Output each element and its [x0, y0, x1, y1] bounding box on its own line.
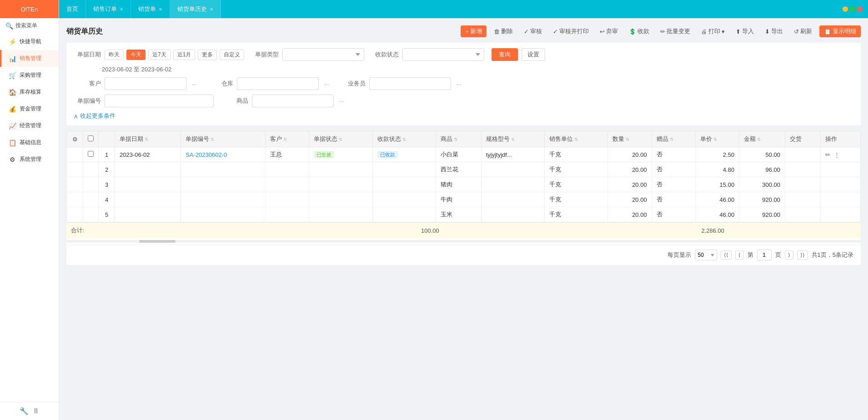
row-checkbox-1[interactable]	[88, 151, 94, 157]
cell-spec-2	[481, 162, 544, 177]
th-goods[interactable]: 商品 ⇅	[436, 131, 482, 147]
filter-collapse[interactable]: ∧ 收起更多条件	[74, 112, 853, 120]
cell-rownum-5: 5	[99, 207, 115, 222]
print-button[interactable]: 🖨 打印 ▾	[697, 25, 728, 37]
win-min-button[interactable]	[843, 6, 848, 12]
th-spec[interactable]: 规格型号 ⇅	[481, 131, 544, 147]
tab-sales-delivery-history[interactable]: 销货单历史 ✕	[170, 0, 221, 18]
cell-checkbox-1[interactable]	[83, 147, 99, 162]
sidebar-item-search-menu[interactable]: 🔍 搜索菜单	[0, 18, 59, 33]
cell-customer-1: 王总	[266, 147, 309, 162]
table-settings-icon[interactable]: ⚙	[72, 136, 78, 143]
sidebar-item-inventory[interactable]: 🏠 库存核算	[0, 84, 59, 100]
warehouse-ellipsis[interactable]: ···	[322, 80, 331, 87]
batch-change-button[interactable]: ✏ 批量变更	[657, 25, 694, 37]
date-btn-more[interactable]: 更多	[198, 50, 217, 60]
refresh-button[interactable]: ↺ 刷新	[790, 25, 816, 37]
query-button[interactable]: 查询	[492, 48, 518, 61]
tab-home[interactable]: 首页	[59, 0, 86, 18]
doc-number-link-1[interactable]: SA-20230602-0	[186, 151, 227, 158]
win-max-button[interactable]	[850, 6, 855, 12]
sidebar-settings-icon[interactable]: 🔧	[20, 407, 29, 415]
cell-qty-5: 20.00	[608, 207, 652, 222]
th-customer[interactable]: 客户 ⇅	[266, 131, 309, 147]
tab-sales-order-close[interactable]: ✕	[120, 7, 123, 12]
tab-sales-delivery[interactable]: 销货单 ✕	[131, 0, 170, 18]
search-icon: 🔍	[5, 22, 13, 30]
sidebar-item-purchase-mgmt[interactable]: 🛒 采购管理	[0, 67, 59, 84]
next-page-button[interactable]: ⟩	[785, 250, 793, 260]
th-amount[interactable]: 金额 ⇅	[739, 131, 785, 147]
th-quantity[interactable]: 数量 ⇅	[608, 131, 652, 147]
show-detail-button[interactable]: 📋 显示明细	[819, 25, 861, 37]
setting-button[interactable]: 设置	[522, 48, 545, 61]
prev-page-button[interactable]: ⟨	[735, 250, 744, 260]
op-edit-1[interactable]: ✏	[825, 151, 830, 158]
audit-button[interactable]: ✓ 审核	[520, 25, 546, 37]
select-all-checkbox[interactable]	[88, 135, 94, 141]
th-doc-number[interactable]: 单据编号 ⇅	[181, 131, 266, 147]
audit-print-button[interactable]: ✓ 审核并打印	[549, 25, 592, 37]
date-btn-last7[interactable]: 近7天	[148, 50, 171, 60]
salesperson-input[interactable]	[369, 77, 451, 90]
horizontal-scrollbar[interactable]	[66, 240, 861, 243]
th-pay-status[interactable]: 收款状态 ⇅	[372, 131, 436, 147]
goods-ellipsis[interactable]: ···	[337, 98, 346, 105]
delete-button[interactable]: 🗑 删除	[490, 25, 517, 37]
cell-settings-1	[67, 147, 83, 162]
sidebar-item-sys-mgmt[interactable]: ⚙ 系统管理	[0, 151, 59, 168]
table-row: 1 2023-06-02 SA-20230602-0 王总 已生效 已收款 小白…	[67, 147, 861, 162]
op-more-1[interactable]: ⋮	[834, 151, 840, 158]
filter-row-2: 客户 ··· 仓库 ··· 业务员 ···	[74, 77, 853, 90]
win-close-button[interactable]	[857, 6, 863, 12]
sidebar-item-sales-mgmt[interactable]: 📊 销售管理	[0, 50, 59, 67]
th-sales-unit[interactable]: 销售单位 ⇅	[545, 131, 608, 147]
th-doc-date[interactable]: 单据日期 ⇅	[115, 131, 181, 147]
cell-rownum-4: 4	[99, 192, 115, 207]
th-settings[interactable]: ⚙	[67, 131, 83, 147]
sidebar-item-finance-mgmt[interactable]: 💰 资金管理	[0, 100, 59, 117]
footer-qty-total: 100.00	[421, 227, 439, 234]
export-button[interactable]: ⬇ 导出	[761, 25, 787, 37]
date-btn-today[interactable]: 今天	[126, 50, 146, 60]
salesperson-ellipsis[interactable]: ···	[455, 80, 463, 87]
abandon-button[interactable]: ↩ 弃审	[596, 25, 622, 37]
new-button[interactable]: + 新增	[461, 25, 487, 37]
customer-input[interactable]	[105, 77, 186, 90]
sidebar-item-base-info[interactable]: 📋 基础信息	[0, 134, 59, 151]
warehouse-input[interactable]	[237, 77, 319, 90]
doc-type-select[interactable]	[282, 48, 364, 61]
sort-goods-icon: ⇅	[454, 137, 457, 142]
cell-rownum-2: 2	[99, 162, 115, 177]
import-button[interactable]: ⬆ 导入	[732, 25, 758, 37]
doc-number-input[interactable]	[105, 95, 214, 107]
goods-input[interactable]	[252, 95, 334, 107]
scrollbar-thumb[interactable]	[139, 240, 176, 243]
first-page-button[interactable]: ⟨⟨	[721, 250, 732, 260]
current-page-input[interactable]	[757, 250, 772, 260]
sidebar-item-ops-mgmt[interactable]: 📈 经营管理	[0, 117, 59, 134]
receive-button[interactable]: 💲 收款	[625, 25, 653, 37]
date-btn-yesterday[interactable]: 昨天	[105, 50, 124, 60]
cell-op-5	[820, 207, 860, 222]
cell-goods-3: 猪肉	[436, 177, 482, 192]
customer-ellipsis[interactable]: ···	[190, 80, 199, 87]
sidebar-pause-icon[interactable]: ⏸	[32, 407, 40, 415]
th-doc-status[interactable]: 单据状态 ⇅	[309, 131, 372, 147]
date-btn-custom[interactable]: 自定义	[220, 50, 244, 60]
cell-transaction-4	[785, 192, 820, 207]
pay-status-select[interactable]	[402, 48, 484, 61]
sidebar-item-quick-nav[interactable]: ⚡ 快捷导航	[0, 33, 59, 50]
date-btn-last1m[interactable]: 近1月	[173, 50, 196, 60]
th-gift[interactable]: 赠品 ⇅	[652, 131, 695, 147]
th-unit-price[interactable]: 单价 ⇅	[695, 131, 739, 147]
tab-sales-delivery-close[interactable]: ✕	[159, 7, 162, 12]
cell-number-1[interactable]: SA-20230602-0	[181, 147, 266, 162]
th-operation: 操作	[820, 131, 860, 147]
sort-qty-icon: ⇅	[626, 137, 629, 142]
last-page-button[interactable]: ⟩⟩	[797, 250, 808, 260]
cell-customer-2	[266, 162, 309, 177]
tab-sales-order[interactable]: 销售订单 ✕	[86, 0, 131, 18]
tab-history-close[interactable]: ✕	[210, 7, 213, 12]
per-page-select[interactable]: 50 10 20 100	[695, 250, 717, 260]
